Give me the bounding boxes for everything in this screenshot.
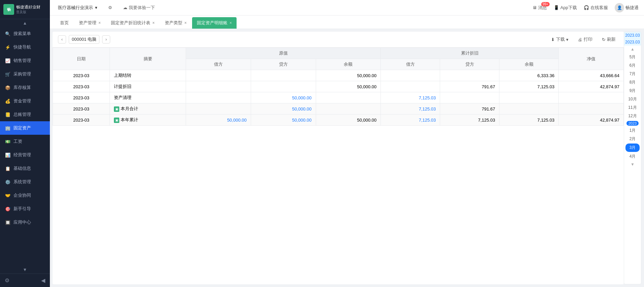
cell-orig-debit: 50,000.00 xyxy=(186,115,251,126)
cell-summary: 计提折旧 xyxy=(110,81,186,92)
print-button[interactable]: 🖨 打印 xyxy=(575,35,595,44)
col-original-value: 原值 xyxy=(186,48,380,59)
cell-net-value: 42,874.97 xyxy=(559,81,624,92)
tab-asset-detail-close[interactable]: × xyxy=(229,21,232,25)
sidebar-item-label: 库存核算 xyxy=(13,85,31,91)
download-button[interactable]: ⬇ 下载 ▾ xyxy=(548,35,571,44)
sidebar-scroll-down[interactable]: ▼ xyxy=(0,266,50,274)
tab-asset-mgmt-label: 资产管理 xyxy=(79,20,96,26)
sidebar-item-appstore[interactable]: 🔲 应用中心 xyxy=(0,216,50,229)
timeline-nav-up[interactable]: ▲ xyxy=(624,45,641,53)
refresh-label: 刷新 xyxy=(607,36,616,42)
asset-next-button[interactable]: › xyxy=(102,35,110,43)
tab-asset-mgmt-close[interactable]: × xyxy=(98,21,101,25)
user-profile-button[interactable]: 👤 畅捷通 xyxy=(615,3,639,12)
timeline-month-7[interactable]: 7月 xyxy=(624,70,641,78)
sidebar-item-search[interactable]: 🔍 搜索菜单 xyxy=(0,27,50,40)
bell-icon: 🖥 xyxy=(532,5,537,10)
tab-asset-mgmt[interactable]: 资产管理 × xyxy=(74,17,105,29)
cell-orig-credit: 50,000.00 xyxy=(251,92,316,103)
tab-depreciation-stats-close[interactable]: × xyxy=(152,21,155,25)
sidebar-item-payroll[interactable]: 💵 工资 xyxy=(0,135,50,148)
fixed-assets-icon: 🏢 xyxy=(5,125,11,131)
sidebar-item-sales[interactable]: 📈 销售管理 xyxy=(0,54,50,67)
timeline-month-3[interactable]: 3月 xyxy=(625,144,640,152)
notifications-badge: 99+ xyxy=(541,2,550,6)
timeline-month-11[interactable]: 11月 xyxy=(624,103,641,112)
sidebar-item-system[interactable]: ⚙️ 系统管理 xyxy=(0,175,50,189)
print-icon: 🖨 xyxy=(578,37,582,42)
collapse-icon[interactable]: ◀ xyxy=(41,277,45,284)
timeline-month-2[interactable]: 2月 xyxy=(624,135,641,143)
timeline-year-2023: 2023 xyxy=(626,121,639,126)
tab-asset-detail-label: 固定资产明细账 xyxy=(197,20,227,26)
operations-icon: 📊 xyxy=(5,152,11,158)
cell-dep-balance: 7,125.03 xyxy=(499,81,559,92)
asset-prev-button[interactable]: ‹ xyxy=(58,35,66,43)
cell-orig-credit xyxy=(251,81,316,92)
cell-dep-credit: 791.67 xyxy=(440,103,499,115)
refresh-icon: ↻ xyxy=(602,37,606,42)
sidebar-item-label: 工资 xyxy=(13,138,22,145)
timeline-month-4[interactable]: 4月 xyxy=(624,152,641,161)
tab-depreciation-stats[interactable]: 固定资产折旧统计表 × xyxy=(106,17,159,29)
guide-icon: 🎯 xyxy=(5,206,11,212)
timeline-scroll-area[interactable]: ▲ 5月 6月 7月 8月 9月 10月 11月 12月 2023 1月 2月 … xyxy=(624,45,641,284)
settings-bottom-icon[interactable]: ⚙ xyxy=(5,277,9,284)
logo-text-group: 畅捷通好业财 普及版 xyxy=(16,4,40,15)
app-download-button[interactable]: 📱 App下载 xyxy=(554,5,577,11)
refresh-button[interactable]: ↻ 刷新 xyxy=(599,35,618,44)
cell-dep-balance: 7,125.03 xyxy=(499,115,559,126)
timeline-month-1[interactable]: 1月 xyxy=(624,126,641,135)
sidebar-item-basicinfo[interactable]: 📋 基础信息 xyxy=(0,162,50,175)
sidebar-item-purchase[interactable]: 🛒 采购管理 xyxy=(0,67,50,81)
asset-code-display: 000001 电脑 xyxy=(69,35,99,44)
asset-navigation: ‹ 000001 电脑 › xyxy=(58,35,110,44)
sidebar-item-label: 资金管理 xyxy=(13,98,31,104)
sidebar-item-quicknav[interactable]: ⚡ 快捷导航 xyxy=(0,40,50,54)
cell-summary: ▣本月合计 xyxy=(110,103,186,115)
timeline-month-10[interactable]: 10月 xyxy=(624,95,641,103)
customer-service-button[interactable]: 🎧 在线客服 xyxy=(584,5,608,11)
cell-orig-debit xyxy=(186,81,251,92)
col-orig-balance: 余额 xyxy=(316,59,381,70)
app-download-label: App下载 xyxy=(560,5,577,11)
sidebar-item-label: 搜索菜单 xyxy=(13,31,31,37)
logo-subtitle: 普及版 xyxy=(16,10,40,14)
sidebar-item-collab[interactable]: 🤝 企业协同 xyxy=(0,189,50,202)
tab-asset-types[interactable]: 资产类型 × xyxy=(160,17,191,29)
cell-dep-debit: 7,125.03 xyxy=(381,92,440,103)
timeline-month-6[interactable]: 6月 xyxy=(624,61,641,70)
col-summary: 摘要 xyxy=(110,48,186,70)
timeline-month-12[interactable]: 12月 xyxy=(624,112,641,120)
detail-table: 日期 摘要 原值 累计折旧 净值 借方 贷方 余额 借方 贷方 余额 xyxy=(53,47,624,126)
cell-dep-debit: 7,125.03 xyxy=(381,103,440,115)
timeline-month-9[interactable]: 9月 xyxy=(624,87,641,95)
sidebar-item-operations[interactable]: 📊 经营管理 xyxy=(0,148,50,162)
sidebar-item-funds[interactable]: 💰 资金管理 xyxy=(0,94,50,108)
content-panel: ‹ 000001 电脑 › ⬇ 下载 ▾ 🖨 打印 ↻ xyxy=(53,32,624,284)
timeline-month-5[interactable]: 5月 xyxy=(624,53,641,61)
sidebar-item-guide[interactable]: 🎯 新手引导 xyxy=(0,202,50,216)
col-orig-debit: 借方 xyxy=(186,59,251,70)
sidebar: 畅 畅捷通好业财 普及版 ▲ 🔍 搜索菜单 ⚡ 快捷导航 📈 销售管理 🛒 采购… xyxy=(0,0,50,287)
quicknav-icon: ⚡ xyxy=(5,44,11,50)
tab-asset-types-close[interactable]: × xyxy=(184,21,187,25)
sidebar-item-ledger[interactable]: 📒 总账管理 xyxy=(0,108,50,121)
user-avatar: 👤 xyxy=(615,3,624,12)
sidebar-bottom: ⚙ ◀ xyxy=(0,274,50,287)
sidebar-scroll-up[interactable]: ▲ xyxy=(0,19,50,27)
basicinfo-icon: 📋 xyxy=(5,165,11,171)
tab-home[interactable]: 首页 xyxy=(55,17,73,29)
sidebar-item-inventory[interactable]: 📦 库存核算 xyxy=(0,81,50,94)
col-accumulated-depreciation: 累计折旧 xyxy=(381,48,559,59)
tab-asset-detail[interactable]: 固定资产明细账 × xyxy=(192,17,237,29)
cell-orig-debit xyxy=(186,70,251,81)
experience-button[interactable]: ☁ 我要体验一下 xyxy=(123,5,155,11)
company-selector[interactable]: 医疗器械行业演示 ▾ xyxy=(55,3,100,12)
header-settings-button[interactable]: ⚙ xyxy=(105,3,115,12)
sidebar-item-fixed-assets[interactable]: 🏢 固定资产 xyxy=(0,121,50,135)
timeline-month-8[interactable]: 8月 xyxy=(624,78,641,87)
notifications-button[interactable]: 🖥 消息 99+ xyxy=(532,5,547,11)
timeline-nav-down[interactable]: ▼ xyxy=(624,161,641,168)
